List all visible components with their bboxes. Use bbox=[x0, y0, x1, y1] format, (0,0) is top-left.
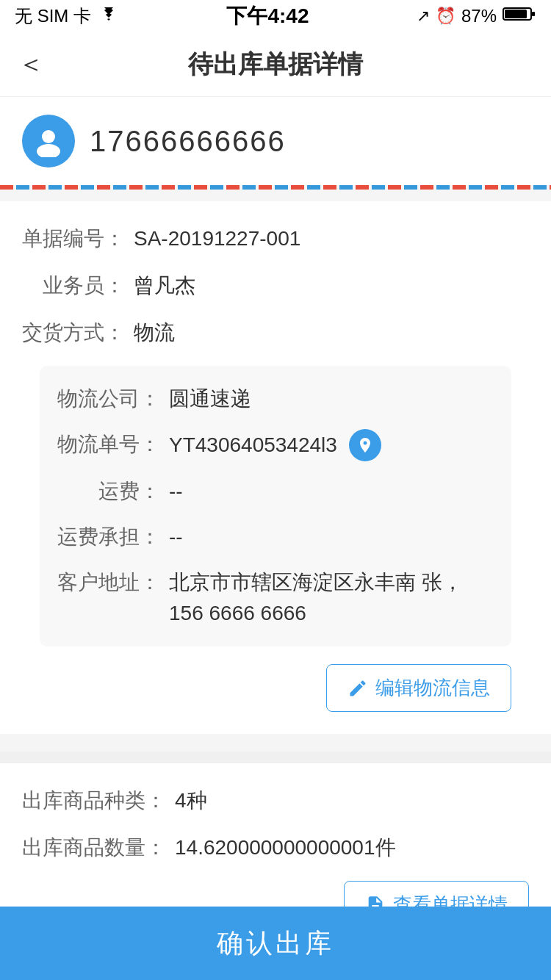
carrier-label: 无 SIM 卡 bbox=[15, 4, 91, 28]
avatar bbox=[22, 115, 75, 167]
section-divider bbox=[0, 752, 551, 763]
battery-icon bbox=[503, 6, 536, 26]
order-no-row: 单据编号： SA-20191227-001 bbox=[22, 223, 529, 254]
freight-value: -- bbox=[169, 476, 494, 507]
freight-bear-row: 运费承担： -- bbox=[57, 522, 494, 552]
goods-types-row: 出库商品种类： 4种 bbox=[22, 785, 529, 816]
edit-logistics-btn-container: 编辑物流信息 bbox=[22, 646, 529, 712]
tracking-no-row: 物流单号： YT43064053424l3 bbox=[57, 429, 494, 461]
order-no-value: SA-20191227-001 bbox=[134, 223, 529, 254]
edit-icon bbox=[347, 678, 368, 699]
goods-quantity-label: 出库商品数量： bbox=[22, 832, 166, 863]
alarm-icon: ⏰ bbox=[436, 7, 455, 26]
page-title: 待出库单据详情 bbox=[188, 48, 363, 82]
delivery-type-label: 交货方式： bbox=[22, 317, 125, 348]
map-location-icon[interactable] bbox=[349, 429, 381, 461]
order-info-section: 单据编号： SA-20191227-001 业务员： 曾凡杰 交货方式： 物流 … bbox=[0, 201, 551, 734]
status-right: ↗ ⏰ 87% bbox=[417, 6, 536, 26]
wifi-icon bbox=[98, 6, 119, 26]
logistics-box: 物流公司： 圆通速递 物流单号： YT43064053424l3 运费： -- bbox=[40, 366, 511, 646]
logistics-company-label: 物流公司： bbox=[57, 383, 160, 414]
nav-bar: ＜ 待出库单据详情 bbox=[0, 32, 551, 97]
status-bar: 无 SIM 卡 下午4:42 ↗ ⏰ 87% bbox=[0, 0, 551, 32]
confirm-btn-label: 确认出库 bbox=[217, 926, 334, 962]
dashed-divider bbox=[0, 185, 551, 190]
svg-point-4 bbox=[37, 144, 60, 157]
address-value: 北京市市辖区海淀区永丰南 张，156 6666 6666 bbox=[169, 567, 494, 629]
freight-label: 运费： bbox=[57, 476, 160, 507]
back-button[interactable]: ＜ bbox=[18, 46, 44, 82]
customer-header: 17666666666 bbox=[0, 97, 551, 185]
tracking-no-label: 物流单号： bbox=[57, 429, 160, 460]
address-label: 客户地址： bbox=[57, 567, 160, 598]
goods-types-label: 出库商品种类： bbox=[22, 785, 166, 816]
edit-logistics-label: 编辑物流信息 bbox=[375, 675, 490, 701]
salesman-label: 业务员： bbox=[22, 270, 125, 301]
svg-rect-1 bbox=[505, 10, 527, 18]
customer-phone: 17666666666 bbox=[90, 125, 286, 158]
salesman-value: 曾凡杰 bbox=[134, 270, 529, 301]
freight-bear-label: 运费承担： bbox=[57, 522, 160, 552]
delivery-type-value: 物流 bbox=[134, 317, 529, 348]
tracking-no-value: YT43064053424l3 bbox=[169, 429, 494, 461]
freight-bear-value: -- bbox=[169, 522, 494, 552]
logistics-company-row: 物流公司： 圆通速递 bbox=[57, 383, 494, 414]
address-row: 客户地址： 北京市市辖区海淀区永丰南 张，156 6666 6666 bbox=[57, 567, 494, 629]
location-icon-status: ↗ bbox=[417, 7, 430, 26]
logistics-company-value: 圆通速递 bbox=[169, 383, 494, 414]
delivery-type-row: 交货方式： 物流 bbox=[22, 317, 529, 348]
battery-label: 87% bbox=[461, 6, 497, 26]
order-no-label: 单据编号： bbox=[22, 223, 125, 254]
svg-point-3 bbox=[42, 130, 55, 143]
salesman-row: 业务员： 曾凡杰 bbox=[22, 270, 529, 301]
edit-logistics-button[interactable]: 编辑物流信息 bbox=[326, 664, 511, 712]
goods-quantity-row: 出库商品数量： 14.620000000000001件 bbox=[22, 832, 529, 863]
status-time: 下午4:42 bbox=[226, 2, 309, 30]
freight-row: 运费： -- bbox=[57, 476, 494, 507]
status-left: 无 SIM 卡 bbox=[15, 4, 119, 28]
goods-quantity-value: 14.620000000000001件 bbox=[175, 832, 529, 863]
goods-types-value: 4种 bbox=[175, 785, 529, 816]
svg-rect-2 bbox=[532, 12, 535, 16]
confirm-bar[interactable]: 确认出库 bbox=[0, 907, 551, 980]
